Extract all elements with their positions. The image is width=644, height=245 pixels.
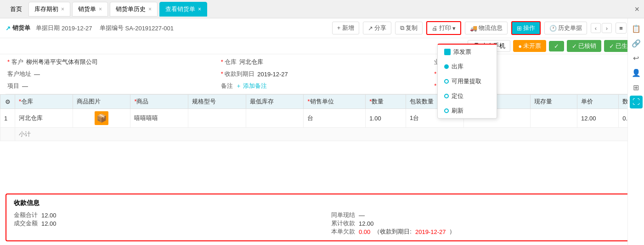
check-mark-icon: ✓	[554, 43, 559, 50]
add-note-button[interactable]: ＋ 添加备注	[236, 82, 267, 90]
list-view-icon[interactable]: ≡	[616, 23, 627, 34]
dropdown-add-invoice[interactable]: 添发票	[438, 45, 497, 59]
tab-inventory[interactable]: 库存期初 ×	[28, 2, 70, 17]
dropdown-refresh[interactable]: 刷新	[438, 103, 497, 118]
sidebar-link-icon[interactable]: 🔗	[630, 37, 643, 50]
doc-type-label: ↗ 销货单	[6, 24, 30, 32]
deal-value: 12.00	[41, 220, 56, 227]
doc-number-value: SA-20191227-001	[125, 25, 174, 32]
locate-icon	[444, 94, 449, 98]
col-min-stock: 最低库存	[246, 95, 304, 109]
same-single-value: —	[359, 212, 365, 219]
tab-view-sales[interactable]: 查看销货单 ×	[159, 2, 207, 17]
customer-value: 柳州粤港平安气体有限公司	[26, 58, 98, 66]
available-label: 可用量提取	[452, 77, 481, 85]
doc-header: ↗ 销货单 单据日期 2019-12-27 单据编号 SA-20191227-0…	[0, 18, 644, 38]
sidebar-doc-icon[interactable]: 📋	[630, 22, 643, 35]
refresh-icon	[444, 108, 449, 113]
tab-home[interactable]: 首页	[4, 2, 28, 17]
nav-arrows: ‹ ›	[591, 23, 612, 33]
product-image: 📦	[95, 111, 108, 125]
subtotal-row: 小计	[0, 128, 644, 141]
new-button[interactable]: + 新增	[332, 22, 359, 34]
total-label: 金额合计	[14, 211, 38, 219]
sidebar-return-icon[interactable]: ↩	[630, 51, 643, 64]
owe-label: 本单欠款	[331, 228, 355, 236]
right-sidebar: 📋 🔗 ↩ 👤 ⊞ ⛶	[627, 18, 644, 245]
window-close-icon[interactable]: ×	[634, 4, 639, 14]
prev-arrow[interactable]: ‹	[591, 23, 601, 33]
copy-icon: ⧉	[400, 24, 404, 32]
col-quantity: *数量	[366, 95, 406, 109]
unopened-icon: ●	[518, 43, 522, 50]
history-button[interactable]: 🕐 历史单据	[544, 22, 587, 34]
sidebar-user-icon[interactable]: 👤	[630, 66, 643, 79]
payment-info-grid: 金额合计 12.00 成交金额 12.00 同单现结 — 累计收款 12.00	[14, 211, 630, 236]
operate-label: 操作	[523, 24, 535, 32]
sales-icon: ↗	[6, 25, 11, 32]
col-product: *商品	[130, 95, 188, 109]
col-gear: ⚙	[0, 95, 15, 109]
refresh-label: 刷新	[452, 107, 463, 115]
copy-button[interactable]: ⧉ 复制	[395, 22, 423, 34]
tab-sales-close[interactable]: ×	[99, 6, 102, 12]
sold-check-icon: ✓	[572, 43, 577, 50]
sold-label: 已核销	[578, 42, 596, 50]
tab-history[interactable]: 销货单历史 ×	[110, 2, 158, 17]
due-date-label: 收款到期日	[221, 70, 255, 78]
next-arrow[interactable]: ›	[602, 23, 612, 33]
dropdown-menu: 添发票 出库 可用量提取 定位 刷新	[437, 44, 497, 119]
tab-bar: 首页 库存期初 × 销货单 × 销货单历史 × 查看销货单 × ×	[0, 0, 644, 18]
tab-view-sales-close[interactable]: ×	[198, 6, 201, 12]
owe-value: 0.00	[359, 228, 370, 235]
tab-sales-label: 销货单	[78, 5, 96, 13]
unopened-label: 未开票	[523, 42, 541, 50]
check-icon-btn[interactable]: ✓	[549, 41, 564, 51]
tab-history-close[interactable]: ×	[148, 6, 152, 12]
subtotal-text: 小计	[15, 128, 644, 141]
operate-button[interactable]: ⊞ 操作	[511, 21, 541, 35]
print-label: 打印	[439, 24, 451, 32]
sold-status-btn[interactable]: ✓ 已核销	[567, 40, 601, 52]
add-note-plus-icon: ＋	[236, 82, 242, 89]
row-min-stock	[246, 109, 304, 128]
deal-row: 成交金额 12.00	[14, 219, 313, 228]
row-product: 嘻嘻嘻嘻	[130, 109, 188, 128]
add-invoice-label: 添发票	[453, 48, 471, 56]
dropdown-locate[interactable]: 定位	[438, 89, 497, 103]
share-icon: ↗	[368, 25, 373, 32]
owe-end: ）	[449, 228, 455, 236]
share-button[interactable]: ↗ 分享	[363, 22, 391, 34]
unopened-status-btn[interactable]: ● 未开票	[513, 40, 546, 52]
doc-date-item: 单据日期 2019-12-27	[36, 24, 92, 32]
history-icon: 🕐	[549, 25, 557, 32]
tab-sales[interactable]: 销货单 ×	[72, 2, 108, 17]
customer-label: 客户	[7, 58, 23, 66]
sidebar-expand-icon[interactable]: ⛶	[630, 96, 643, 108]
row-price: 12.00	[577, 109, 619, 128]
address-row: 客户地址 —	[7, 70, 210, 78]
logistics-icon: 🚚	[470, 25, 477, 32]
print-button[interactable]: 🖨 打印 ▾	[426, 21, 461, 35]
cumulative-row: 累计收款 12.00	[331, 219, 630, 228]
add-invoice-icon	[444, 49, 451, 55]
tab-home-label: 首页	[10, 5, 22, 13]
same-single-row: 同单现结 —	[331, 211, 630, 219]
row-unit: 台	[304, 109, 366, 128]
add-note-label: 添加备注	[243, 82, 267, 89]
sidebar-grid-icon[interactable]: ⊞	[630, 81, 643, 94]
dropdown-available[interactable]: 可用量提取	[438, 74, 497, 89]
deal-label: 成交金额	[14, 219, 38, 228]
copy-label: 复制	[406, 24, 418, 32]
project-row: 项目 —	[7, 82, 210, 90]
payment-col-right: 同单现结 — 累计收款 12.00 本单欠款 0.00 （收款到期日: 2019…	[331, 211, 630, 236]
table-container[interactable]: ⚙ *仓库 商品图片 *商品 规格型号 最低库存 *销售单位 *数量 包装数量 …	[0, 94, 644, 190]
doc-actions: + 新增 ↗ 分享 ⧉ 复制 🖨 打印 ▾ 🚚 物流信息 ⊞ 操作	[332, 21, 638, 35]
row-stock	[531, 109, 577, 128]
new-label: + 新增	[337, 24, 354, 32]
dropdown-outbound[interactable]: 出库	[438, 59, 497, 74]
payment-info-title: 收款信息	[14, 199, 630, 207]
tab-inventory-close[interactable]: ×	[61, 6, 64, 12]
logistics-button[interactable]: 🚚 物流信息	[465, 22, 508, 34]
cumulative-label: 累计收款	[331, 219, 355, 228]
